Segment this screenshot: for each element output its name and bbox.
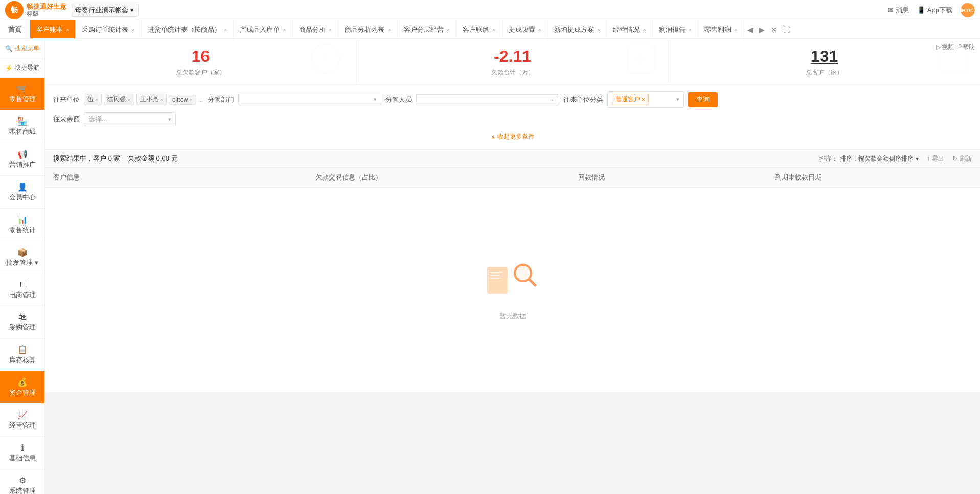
search-result-left: 搜索结果中，客户 0 家 欠款金额 0.00 元	[53, 154, 178, 163]
export-button[interactable]: ↑ 导出	[927, 154, 944, 163]
tab-customer-layering[interactable]: 客户分层经营 ×	[398, 20, 457, 39]
filter-tag-cjttcw-close[interactable]: ×	[189, 97, 192, 103]
tab-scroll-left[interactable]: ◀	[744, 26, 756, 34]
sidebar-item-system[interactable]: ⚙ 系统管理	[0, 469, 44, 494]
sidebar-item-purchase[interactable]: 🛍 采购管理	[0, 306, 44, 339]
message-button[interactable]: ✉ 消息	[888, 6, 909, 15]
sidebar-item-basic-info[interactable]: ℹ 基础信息	[0, 437, 44, 469]
sidebar-item-inventory[interactable]: 📋 库存核算	[0, 339, 44, 371]
tab-close-customer-layering[interactable]: ×	[447, 27, 450, 33]
sidebar-search[interactable]: 🔍 搜索菜单	[0, 39, 44, 58]
search-button[interactable]: 查询	[688, 92, 718, 107]
logo-text: 畅捷通好生意 标版	[27, 3, 66, 18]
tab-purchase-order-stats[interactable]: 采购订单统计表 ×	[76, 20, 141, 39]
filter-area: 往来单位 伍 × 陈民强 × 王小亮 × cjttcw	[45, 85, 980, 150]
retail-stats-icon: 📊	[17, 215, 28, 224]
search-result-right: 排序： 排序：按欠款金额倒序排序 ▾ ↑ 导出 ↻ 刷新	[819, 154, 972, 163]
filter-unit-class-close[interactable]: ×	[642, 96, 645, 103]
sidebar-item-operations[interactable]: 📈 经营管理	[0, 404, 44, 437]
stat-value-total-customers[interactable]: 131	[811, 47, 838, 66]
filter-dept-label: 分管部门	[208, 95, 234, 104]
filter-tag-wu[interactable]: 伍 ×	[84, 94, 102, 105]
tab-close-all[interactable]: ✕	[768, 26, 780, 34]
tab-close-goods-analysis[interactable]: ×	[329, 27, 332, 33]
tab-inbound-stats[interactable]: 进货单统计表（按商品） ×	[142, 20, 234, 39]
tab-retail-profit[interactable]: 零售利润 ×	[698, 20, 744, 39]
search-result-bar: 搜索结果中，客户 0 家 欠款金额 0.00 元 排序： 排序：按欠款金额倒序排…	[45, 150, 980, 168]
sidebar-item-batch-management[interactable]: 📦 批发管理 ▾	[0, 241, 44, 274]
sidebar-item-finance[interactable]: 💰 资金管理	[0, 371, 44, 404]
stat-total-overdue-customers: ¥ 16 总欠款客户（家）	[45, 39, 357, 85]
sidebar-quick-nav[interactable]: ⚡ 快捷导航	[0, 58, 44, 78]
sidebar-item-member-center[interactable]: 👤 会员中心	[0, 176, 44, 209]
tab-customer-contact[interactable]: 客户联络 ×	[457, 20, 502, 39]
tab-scroll-right[interactable]: ▶	[756, 26, 768, 34]
batch-management-icon: 📦	[17, 248, 28, 257]
filter-balance-select[interactable]: 选择... ▾	[84, 112, 176, 126]
tab-home[interactable]: 首页	[0, 20, 30, 39]
empty-state: 暂无数据	[485, 259, 541, 321]
tab-close-retail-profit[interactable]: ×	[734, 27, 737, 33]
tab-profit-report[interactable]: 利润报告 ×	[653, 20, 698, 39]
stat-icon-total	[937, 42, 970, 81]
filter-unit-class-label: 往来单位分类	[563, 95, 603, 104]
tab-commission-settings[interactable]: 提成设置 ×	[503, 20, 548, 39]
retail-management-icon: 🛒	[17, 84, 28, 94]
filter-more-tags[interactable]: ...	[198, 96, 203, 103]
tab-close-commission-settings[interactable]: ×	[538, 27, 541, 33]
tab-close-production-inbound[interactable]: ×	[283, 27, 286, 33]
refresh-button[interactable]: ↻ 刷新	[952, 154, 972, 163]
filter-tag-chen[interactable]: 陈民强 ×	[104, 94, 134, 105]
tab-production-inbound[interactable]: 产成品入库单 ×	[234, 20, 292, 39]
filter-tag-wu-close[interactable]: ×	[95, 97, 98, 103]
stat-label-overdue-customers: 总欠款客户（家）	[176, 68, 225, 77]
filter-tag-chen-close[interactable]: ×	[127, 97, 130, 103]
sidebar-item-ecommerce[interactable]: 🖥 电商管理	[0, 274, 44, 306]
svg-rect-7	[960, 46, 964, 72]
tab-maximize[interactable]: ⛶	[780, 26, 793, 34]
filter-tag-cjttcw[interactable]: cjttcw ×	[169, 95, 196, 105]
filter-collapse-button[interactable]: ∧ 收起更多条件	[53, 130, 972, 143]
filter-tag-wang[interactable]: 王小亮 ×	[136, 94, 167, 105]
app-download-button[interactable]: 📱 App下载	[917, 6, 952, 15]
filter-unit-class-select[interactable]: 普通客户 × ▾	[607, 91, 684, 108]
table-body: 暂无数据	[45, 188, 980, 392]
store-select[interactable]: 母婴行业演示帐套 ▾	[71, 4, 139, 17]
filter-row-1: 往来单位 伍 × 陈民强 × 王小亮 × cjttcw	[53, 91, 972, 108]
sidebar-item-retail-stats[interactable]: 📊 零售统计	[0, 209, 44, 241]
sort-select[interactable]: 排序： 排序：按欠款金额倒序排序 ▾	[819, 154, 919, 163]
tab-operations[interactable]: 经营情况 ×	[607, 20, 652, 39]
filter-unit-class-value[interactable]: 普通客户 ×	[612, 94, 649, 105]
tab-close-operations[interactable]: ×	[643, 27, 646, 33]
sidebar-item-marketing[interactable]: 📢 营销推广	[0, 143, 44, 176]
tab-customer-ledger[interactable]: 客户账本 ×	[30, 20, 76, 39]
logo-area: 畅 畅捷通好生意 标版	[5, 1, 66, 19]
tab-goods-analysis-list[interactable]: 商品分析列表 ×	[338, 20, 397, 39]
marketing-icon: 📢	[17, 149, 28, 159]
filter-tag-wang-close[interactable]: ×	[160, 97, 163, 103]
sidebar-item-retail-management[interactable]: 🛒 零售管理	[0, 78, 44, 110]
stat-total-customers: ▷ 视频 ? 帮助 131	[669, 39, 980, 85]
sidebar-item-retail-mall[interactable]: 🏪 零售商城	[0, 110, 44, 143]
filter-person-more[interactable]: ···	[550, 97, 555, 103]
stat-value-overdue-amount: -2.11	[494, 47, 531, 66]
tab-close-purchase-order-stats[interactable]: ×	[131, 27, 134, 33]
sidebar: 🔍 搜索菜单 ⚡ 快捷导航 🛒 零售管理 🏪 零售商城 📢 营销推广 👤 会员中…	[0, 39, 45, 494]
tab-new-commission-plan[interactable]: 新增提成方案 ×	[548, 20, 607, 39]
tab-close-inbound-stats[interactable]: ×	[224, 27, 227, 33]
user-profile[interactable]: demo2	[961, 3, 975, 17]
tab-goods-analysis[interactable]: 商品分析 ×	[293, 20, 338, 39]
export-icon: ↑	[927, 155, 930, 162]
tab-close-new-commission-plan[interactable]: ×	[597, 27, 600, 33]
tab-close-customer-ledger[interactable]: ×	[66, 27, 69, 33]
tab-close-profit-report[interactable]: ×	[689, 27, 692, 33]
tab-close-goods-analysis-list[interactable]: ×	[388, 27, 391, 33]
filter-person-select[interactable]: ···	[416, 94, 559, 105]
message-icon: ✉	[888, 6, 894, 14]
svg-text:◈: ◈	[636, 50, 646, 65]
table-col-due-date: 到期未收款日期	[775, 173, 972, 182]
svg-text:¥: ¥	[322, 51, 329, 65]
filter-dept-select[interactable]: ▾	[238, 94, 381, 105]
tab-close-customer-contact[interactable]: ×	[492, 27, 495, 33]
avatar: demo2	[961, 3, 975, 17]
